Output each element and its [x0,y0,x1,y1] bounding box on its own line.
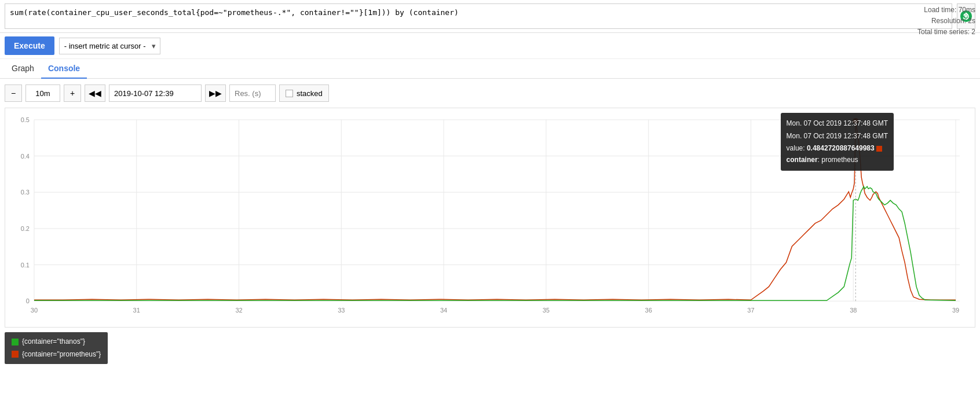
chart-area: 0.5 0.4 0.3 0.2 0.1 0 30 31 32 33 34 [5,108,975,328]
legend-label-thanos: {container="thanos"} [22,336,85,348]
legend-item-thanos: {container="thanos"} [12,336,101,348]
forward-button[interactable]: ▶▶ [205,84,226,102]
resolution: Resolution: 2s [917,16,975,27]
peak-dot [853,118,858,124]
svg-text:38: 38 [850,307,857,314]
toolbar: Execute - insert metric at cursor - [0,33,980,59]
svg-text:0.5: 0.5 [21,116,30,123]
query-input[interactable]: sum(rate(container_cpu_user_seconds_tota… [5,3,952,29]
legend-box: {container="thanos"} {container="prometh… [5,332,108,364]
load-time: Load time: 70ms [917,5,975,16]
green-series [34,186,956,300]
legend-item-prometheus: {container="prometheus"} [12,348,101,361]
svg-text:39: 39 [952,307,959,314]
svg-text:0: 0 [26,297,30,304]
svg-text:34: 34 [440,307,447,314]
svg-text:30: 30 [31,307,38,314]
red-series [34,121,956,300]
tab-graph[interactable]: Graph [5,59,41,79]
svg-text:0.1: 0.1 [21,262,30,269]
datetime-input[interactable] [109,84,202,102]
chart-svg: 0.5 0.4 0.3 0.2 0.1 0 30 31 32 33 34 [5,108,975,327]
svg-text:0.4: 0.4 [21,153,30,160]
query-bar: sum(rate(container_cpu_user_seconds_tota… [0,0,980,33]
svg-text:31: 31 [133,307,140,314]
svg-text:32: 32 [235,307,242,314]
resolution-input[interactable] [229,84,276,102]
legend-swatch-prometheus [12,351,19,358]
page-wrapper: Load time: 70ms Resolution: 2s Total tim… [0,0,980,397]
svg-text:0.3: 0.3 [21,189,30,196]
legend-swatch-thanos [12,339,19,345]
svg-text:36: 36 [645,307,652,314]
duration-input[interactable] [25,84,60,102]
svg-text:33: 33 [338,307,345,314]
execute-button[interactable]: Execute [5,36,54,55]
zoom-out-button[interactable]: − [5,84,22,102]
zoom-in-button[interactable]: + [64,84,81,102]
graph-controls: − + ◀◀ ▶▶ stacked [0,79,980,108]
stacked-label: stacked [297,89,323,98]
svg-text:37: 37 [747,307,754,314]
legend-label-prometheus: {container="prometheus"} [22,348,101,361]
tabs-bar: Graph Console [0,59,980,79]
svg-text:35: 35 [543,307,550,314]
svg-text:0.2: 0.2 [21,225,30,232]
meta-info: Load time: 70ms Resolution: 2s Total tim… [917,5,975,38]
insert-metric-select[interactable]: - insert metric at cursor - [59,38,160,54]
stacked-checkbox [286,90,293,97]
stacked-button[interactable]: stacked [279,84,329,102]
insert-metric-wrapper: - insert metric at cursor - [59,38,160,54]
tab-console[interactable]: Console [41,59,87,79]
back-button[interactable]: ◀◀ [85,84,105,102]
total-series: Total time series: 2 [917,27,975,38]
